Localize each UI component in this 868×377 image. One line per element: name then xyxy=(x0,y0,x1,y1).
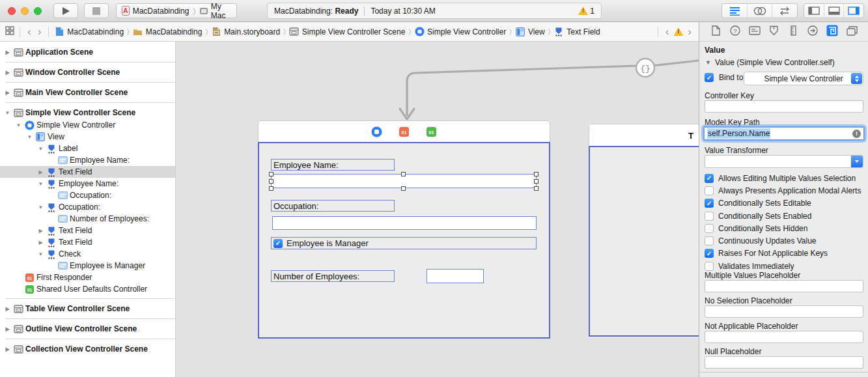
resize-handle[interactable] xyxy=(534,172,539,176)
checkbox-unchecked-icon[interactable] xyxy=(705,262,714,271)
outline-row-employee-is-manager[interactable]: Employee is Manager xyxy=(0,260,175,272)
disclosure-open-icon[interactable]: ▼ xyxy=(37,181,44,187)
scheme-selector[interactable]: A MacDatabinding 〉 My Mac xyxy=(116,3,237,18)
outline-row-employee-name[interactable]: ▼Employee Name: xyxy=(0,178,175,189)
resize-handle[interactable] xyxy=(401,172,406,176)
placeholder-field[interactable] xyxy=(705,280,863,292)
outline-row-view[interactable]: ▼View xyxy=(0,131,175,143)
resize-handle[interactable] xyxy=(269,172,273,176)
model-key-path-field[interactable]: self.Person.Name ! xyxy=(703,126,865,141)
outline-row-window-controller-scene[interactable]: ▶Window Controller Scene xyxy=(0,66,175,79)
disclosure-closed-icon[interactable]: ▶ xyxy=(4,49,11,55)
placeholder-field[interactable] xyxy=(705,356,863,369)
storyboard-canvas[interactable]: {} 01 01 Employee Name: xyxy=(176,42,699,377)
checkbox-unchecked-icon[interactable] xyxy=(705,186,714,195)
shared-user-defaults-icon[interactable]: 01 xyxy=(426,126,437,137)
num-employees-label[interactable]: Number of Employees: xyxy=(271,270,395,282)
version-editor-button[interactable] xyxy=(772,4,796,18)
breadcrumb-item[interactable]: View xyxy=(514,27,546,37)
checkbox-unchecked-icon[interactable] xyxy=(705,212,714,221)
manager-checkbox-row[interactable]: ✓ Employee is Manager xyxy=(271,237,537,249)
assistant-editor-button[interactable] xyxy=(747,4,772,18)
inspector-toggle-button[interactable] xyxy=(843,4,863,18)
minimize-window-icon[interactable] xyxy=(21,7,29,15)
go-back-button[interactable]: ‹ xyxy=(24,27,35,36)
checkbox-unchecked-icon[interactable] xyxy=(705,236,714,245)
disclosure-triangle-icon[interactable]: ▼ xyxy=(705,59,712,66)
resize-handle[interactable] xyxy=(269,186,273,191)
occupation-label[interactable]: Occupation: xyxy=(271,200,395,212)
disclosure-closed-icon[interactable]: ▶ xyxy=(37,169,44,175)
outline-row-simple-view-controller-scene[interactable]: ▼Simple View Controller Scene xyxy=(0,106,175,119)
go-forward-button[interactable]: › xyxy=(35,27,45,36)
first-responder-icon[interactable]: 01 xyxy=(399,126,410,137)
tab-view-effects-inspector[interactable] xyxy=(844,24,860,40)
occupation-text-field[interactable] xyxy=(272,216,537,230)
tab-quick-help-inspector[interactable]: ? xyxy=(727,24,743,40)
bind-to-popup[interactable]: Simple View Controller xyxy=(744,72,863,85)
outline-row-first-responder[interactable]: 01First Responder xyxy=(0,272,175,283)
outline-row-simple-view-controller[interactable]: ▼Simple View Controller xyxy=(0,119,175,131)
employee-name-label[interactable]: Employee Name: xyxy=(271,159,395,171)
breadcrumb-item[interactable]: Text Field xyxy=(552,27,601,37)
breadcrumb-item[interactable]: MacDatabinding xyxy=(53,27,125,37)
warning-count[interactable]: 1 xyxy=(590,7,595,16)
scene2-root-view[interactable] xyxy=(589,146,699,337)
disclosure-open-icon[interactable]: ▼ xyxy=(37,146,44,152)
navigator-toggle-button[interactable] xyxy=(804,4,824,18)
resize-handle[interactable] xyxy=(401,186,406,191)
num-employees-text-field[interactable] xyxy=(427,269,484,283)
outline-row-employee-name[interactable]: Employee Name: xyxy=(0,154,175,166)
checkbox-unchecked-icon[interactable] xyxy=(705,224,714,233)
tab-bindings-inspector[interactable] xyxy=(824,24,840,40)
value-binding-row[interactable]: ▼ Value (Simple View Controller.self) xyxy=(705,58,835,67)
disclosure-open-icon[interactable]: ▼ xyxy=(15,122,22,128)
disclosure-closed-icon[interactable]: ▶ xyxy=(4,326,11,332)
disclosure-open-icon[interactable]: ▼ xyxy=(37,204,44,210)
standard-editor-button[interactable] xyxy=(722,4,747,18)
breadcrumb-item[interactable]: Main.storyboard xyxy=(210,27,281,37)
stop-button[interactable] xyxy=(84,3,109,18)
resize-handle[interactable] xyxy=(534,179,539,184)
controller-key-field[interactable] xyxy=(705,100,863,113)
outline-row-application-scene[interactable]: ▶Application Scene xyxy=(0,46,175,59)
outline-row-main-view-controller-scene[interactable]: ▶Main View Controller Scene xyxy=(0,86,175,99)
breadcrumb-item[interactable]: Simple View Controller Scene xyxy=(288,27,407,37)
run-button[interactable] xyxy=(53,3,78,18)
tab-identity-inspector[interactable] xyxy=(747,24,763,40)
debug-area-toggle-button[interactable] xyxy=(824,4,843,18)
resize-handle[interactable] xyxy=(534,186,539,191)
outline-row-occupation[interactable]: ▼Occupation: xyxy=(0,201,175,213)
resize-handle[interactable] xyxy=(269,179,273,184)
outline-row-check[interactable]: ▼Check xyxy=(0,248,175,260)
view-controller-icon[interactable] xyxy=(371,126,382,137)
next-issue-button[interactable]: › xyxy=(684,27,695,36)
checkbox-checked-icon[interactable]: ✓ xyxy=(705,199,714,208)
simple-view-controller-scene[interactable]: 01 01 Employee Name: Occupation: xyxy=(258,120,550,339)
bind-to-checkbox-icon[interactable]: ✓ xyxy=(705,73,714,82)
placeholder-field[interactable] xyxy=(705,305,863,318)
disclosure-closed-icon[interactable]: ▶ xyxy=(37,228,44,234)
root-view[interactable]: Employee Name: Occupation: ✓ Employee is… xyxy=(258,142,550,339)
warning-icon[interactable] xyxy=(578,7,588,15)
outline-row-outline-view-controller-scene[interactable]: ▶Outline View Controller Scene xyxy=(0,322,175,335)
combo-dropdown-icon[interactable] xyxy=(851,156,863,167)
key-path-issue-icon[interactable]: ! xyxy=(852,130,861,138)
disclosure-closed-icon[interactable]: ▶ xyxy=(4,346,11,352)
breadcrumb-item[interactable]: Simple View Controller xyxy=(413,27,507,37)
checkbox-checked-icon[interactable]: ✓ xyxy=(705,249,714,258)
disclosure-closed-icon[interactable]: ▶ xyxy=(4,306,11,312)
breadcrumb-item[interactable]: MacDatabinding xyxy=(132,27,204,37)
disclosure-open-icon[interactable]: ▼ xyxy=(26,134,33,140)
table-view-controller-scene[interactable]: T xyxy=(589,124,699,338)
placeholder-field[interactable] xyxy=(705,331,863,343)
tab-file-inspector[interactable] xyxy=(708,24,723,40)
close-window-icon[interactable] xyxy=(8,7,16,15)
outline-row-table-view-controller-scene[interactable]: ▶Table View Controller Scene xyxy=(0,302,175,315)
disclosure-closed-icon[interactable]: ▶ xyxy=(37,240,44,245)
disclosure-closed-icon[interactable]: ▶ xyxy=(4,90,11,96)
outline-row-label[interactable]: ▼Label xyxy=(0,143,175,154)
outline-row-text-field[interactable]: ▶Text Field xyxy=(0,225,175,236)
tab-attributes-inspector[interactable] xyxy=(766,24,782,40)
zoom-window-icon[interactable] xyxy=(34,7,42,15)
